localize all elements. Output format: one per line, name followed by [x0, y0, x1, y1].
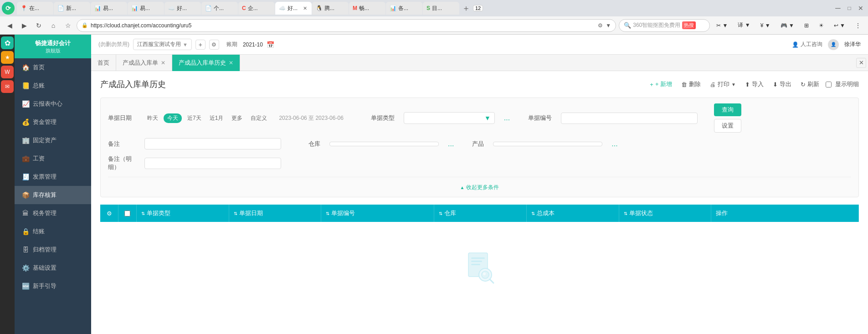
home-browser-button[interactable]: ⌂: [47, 20, 59, 31]
col-number[interactable]: ⇅ 单据编号: [321, 205, 434, 222]
date-btn-7days[interactable]: 近7天: [185, 113, 204, 123]
tab-list[interactable]: 产成品入库单 ✕: [116, 55, 172, 71]
col-date[interactable]: ⇅ 单据日期: [229, 205, 322, 222]
date-btn-1month[interactable]: 近1月: [207, 113, 226, 123]
col-type[interactable]: ⇅ 单据类型: [137, 205, 229, 222]
tab-8-close[interactable]: ✕: [302, 5, 308, 11]
sidebar-item-archive[interactable]: 🗄 归档管理: [15, 241, 91, 259]
col-total-cost[interactable]: ⇅ 总成本: [527, 205, 619, 222]
refresh-page-button[interactable]: ↻ 刷新: [798, 78, 822, 90]
dropdown-icon[interactable]: ▼: [606, 22, 611, 29]
tab-11[interactable]: 📊 各...: [386, 2, 422, 15]
export-button[interactable]: ⬇ 导出: [770, 78, 794, 90]
app-icon-3[interactable]: W: [1, 66, 14, 78]
tab-5[interactable]: ☁️ 好...: [164, 2, 201, 15]
more-tool[interactable]: ⋮: [852, 20, 864, 31]
org-select[interactable]: 江西服宝测试专用 ▼: [133, 39, 192, 50]
app-icon-main[interactable]: ✿: [1, 36, 14, 49]
app-icon-4[interactable]: ✉: [1, 80, 14, 93]
import-button[interactable]: ⬆ 导入: [742, 78, 766, 90]
warehouse-filter-dots[interactable]: ...: [448, 140, 454, 148]
sidebar-item-home[interactable]: 🏠 首页: [15, 58, 91, 77]
tab-8-active[interactable]: ☁️ 好... ✕: [275, 2, 312, 15]
page-tabs-bar: 首页 产成品入库单 ✕ 产成品入库单历史 ✕ ✕: [91, 55, 868, 71]
forward-button[interactable]: ▶: [18, 20, 30, 31]
panel-close-btn[interactable]: ✕: [856, 58, 866, 68]
tab-4[interactable]: 📊 易...: [128, 2, 164, 15]
col-checkbox[interactable]: [118, 205, 137, 222]
sidebar-item-ledger[interactable]: 📒 总账: [15, 77, 91, 95]
product-filter-select[interactable]: [493, 142, 602, 146]
address-bar[interactable]: 🔒 https://cloud.chanjet.com/accounting/u…: [77, 19, 616, 32]
sidebar-item-reports[interactable]: 📈 云报表中心: [15, 95, 91, 113]
tab-history[interactable]: 产成品入库单历史 ✕: [172, 55, 240, 71]
tab-7[interactable]: C 企...: [238, 2, 275, 15]
tab-6[interactable]: 📄 个...: [201, 2, 238, 15]
refresh-browser-button[interactable]: ↻: [33, 20, 45, 31]
product-filter-dots[interactable]: ...: [611, 140, 617, 148]
sidebar-item-payroll[interactable]: 💼 工资: [15, 149, 91, 168]
type-filter-dots[interactable]: ...: [504, 114, 510, 122]
warehouse-filter-select[interactable]: [329, 142, 439, 146]
sidebar-item-inventory[interactable]: 📦 库存核算: [15, 186, 91, 204]
delete-button[interactable]: 🗑 删除: [678, 78, 704, 90]
sidebar-item-close[interactable]: 🔒 结账: [15, 222, 91, 241]
user-service-btn[interactable]: 👤 人工咨询: [792, 41, 822, 48]
user-avatar[interactable]: 👤: [828, 39, 839, 50]
tab-3[interactable]: 📊 易...: [91, 2, 127, 15]
tab-count-badge[interactable]: 12: [473, 5, 483, 11]
add-org-button[interactable]: +: [195, 40, 205, 50]
org-settings-button[interactable]: ⚙: [209, 40, 219, 50]
scissors-tool[interactable]: ✂ ▼: [713, 20, 731, 31]
undo-tool[interactable]: ↩ ▼: [830, 20, 849, 31]
print-button[interactable]: 🖨 打印 ▼: [707, 78, 739, 90]
sidebar-item-tax[interactable]: 🏛 税务管理: [15, 204, 91, 222]
back-button[interactable]: ◀: [4, 20, 15, 31]
export-icon: ⬇: [773, 81, 778, 88]
tab-list-close[interactable]: ✕: [161, 60, 165, 66]
number-filter-input[interactable]: [561, 113, 698, 124]
tab-10[interactable]: M 畅...: [349, 2, 385, 15]
sidebar-item-funds[interactable]: 💰 资金管理: [15, 113, 91, 131]
col-status[interactable]: ⇅ 单据状态: [619, 205, 712, 222]
sidebar-item-basic[interactable]: ⚙️ 基础设置: [15, 259, 91, 277]
bookmark-button[interactable]: ☆: [62, 20, 74, 31]
collapse-button[interactable]: ▲ 收起更多条件: [108, 181, 851, 191]
game-tool[interactable]: 🎮 ▼: [777, 20, 798, 31]
add-button[interactable]: + + 新增: [647, 78, 675, 90]
tab-12[interactable]: S 目...: [423, 2, 459, 15]
close-window-button[interactable]: ✕: [855, 3, 866, 14]
yuan-tool[interactable]: ¥ ▼: [757, 20, 774, 31]
date-btn-custom[interactable]: 自定义: [248, 113, 270, 123]
tab-history-close[interactable]: ✕: [229, 60, 233, 66]
date-btn-yesterday[interactable]: 昨天: [144, 113, 161, 123]
date-btn-more[interactable]: 更多: [229, 113, 245, 123]
sun-tool[interactable]: ☀: [815, 20, 827, 31]
tab-2[interactable]: 📄 新...: [54, 2, 90, 15]
date-btn-today[interactable]: 今天: [164, 113, 182, 123]
extensions-icon[interactable]: ⚙: [598, 22, 603, 29]
show-detail-checkbox[interactable]: [826, 82, 832, 87]
detail-note-input[interactable]: [144, 158, 281, 169]
new-tab-button[interactable]: ＋: [460, 2, 473, 15]
sidebar-item-invoice[interactable]: 🧾 发票管理: [15, 168, 91, 186]
minimize-button[interactable]: ─: [832, 3, 843, 14]
note-filter-input[interactable]: [144, 138, 281, 149]
tab-9[interactable]: 🐧 腾...: [312, 2, 349, 15]
grid-tool[interactable]: ⊞: [801, 20, 812, 31]
app-icon-2[interactable]: ★: [1, 51, 14, 64]
type-filter-select[interactable]: ▼: [404, 112, 495, 124]
col-gear[interactable]: ⚙: [100, 205, 118, 222]
search-bar[interactable]: 🔍 360智能抠图免费用 热搜: [619, 19, 710, 32]
calendar-icon[interactable]: 📅: [267, 41, 274, 48]
select-all-checkbox[interactable]: [124, 211, 130, 216]
tab-home[interactable]: 首页: [91, 55, 116, 71]
translate-tool[interactable]: 译 ▼: [734, 20, 754, 31]
sidebar-item-newentry[interactable]: 🆕 新手引导: [15, 277, 91, 295]
col-warehouse[interactable]: ⇅ 仓库: [434, 205, 527, 222]
query-button[interactable]: 查询: [714, 103, 741, 116]
tab-1[interactable]: 📍 在...: [17, 2, 53, 15]
sidebar-item-assets[interactable]: 🏢 固定资产: [15, 131, 91, 149]
settings-btn[interactable]: 设置: [714, 119, 741, 133]
maximize-button[interactable]: □: [844, 3, 855, 14]
